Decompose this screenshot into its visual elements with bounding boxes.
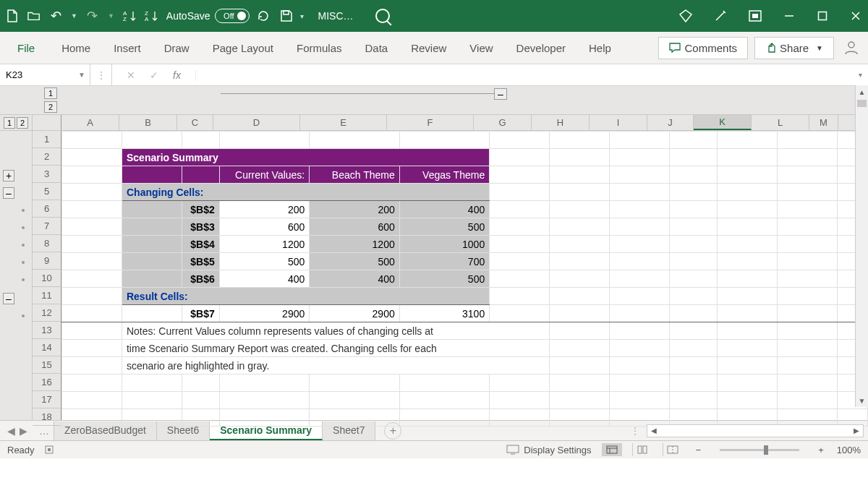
row-header-15[interactable]: 15	[33, 356, 61, 374]
sheet-nav-next-icon[interactable]: ▶	[20, 425, 27, 437]
view-page-layout-button[interactable]	[632, 443, 652, 456]
maximize-button[interactable]	[816, 9, 829, 22]
share-dropdown-icon[interactable]: ▼	[816, 44, 823, 52]
column-header-C[interactable]: C	[177, 115, 213, 130]
sheet-nav-prev-icon[interactable]: ◀	[7, 425, 15, 437]
comments-button[interactable]: Comments	[658, 37, 749, 59]
diamond-icon[interactable]	[678, 9, 693, 23]
view-page-break-button[interactable]	[663, 443, 683, 456]
cancel-formula-icon[interactable]: ✕	[127, 69, 135, 81]
new-file-icon[interactable]	[6, 9, 19, 22]
redo-icon[interactable]: ↷	[86, 9, 99, 22]
enter-formula-icon[interactable]: ✓	[150, 69, 158, 81]
row-header-5[interactable]: 5	[33, 183, 61, 200]
close-button[interactable]	[849, 9, 862, 22]
profile-icon[interactable]	[843, 40, 859, 56]
open-file-icon[interactable]	[27, 9, 41, 22]
select-all-button[interactable]	[33, 115, 61, 130]
row-group-collapse-1[interactable]: –	[3, 187, 14, 199]
row-group-collapse-2[interactable]: –	[3, 293, 14, 304]
wand-icon[interactable]	[713, 9, 728, 23]
row-header-11[interactable]: 11	[33, 287, 61, 304]
column-header-L[interactable]: L	[752, 115, 809, 130]
macro-record-icon[interactable]	[45, 444, 56, 455]
row-group-expand-1[interactable]: +	[3, 170, 14, 181]
zoom-slider[interactable]	[720, 449, 799, 451]
ribbon-tab-formulas[interactable]: Formulas	[285, 35, 354, 61]
view-normal-button[interactable]	[602, 443, 622, 456]
column-header-B[interactable]: B	[119, 115, 177, 130]
autosave-toggle[interactable]: AutoSave Off	[166, 9, 250, 23]
column-header-A[interactable]: A	[61, 115, 119, 130]
row-header-12[interactable]: 12	[33, 304, 61, 322]
ribbon-tab-help[interactable]: Help	[577, 35, 623, 61]
col-group-collapse-button[interactable]: –	[494, 88, 507, 100]
qat-customize-icon[interactable]: ▾	[300, 12, 304, 20]
sort-asc-icon[interactable]: AZ	[123, 9, 136, 22]
row-header-9[interactable]: 9	[33, 252, 61, 270]
scroll-thumb[interactable]	[857, 100, 867, 107]
document-title[interactable]: MISC…	[318, 10, 354, 22]
ribbon-tab-draw[interactable]: Draw	[153, 35, 201, 61]
row-header-2[interactable]: 2	[33, 148, 61, 166]
minimize-button[interactable]	[783, 9, 796, 22]
display-settings-button[interactable]: Display Settings	[506, 445, 591, 455]
column-header-G[interactable]: G	[474, 115, 532, 130]
row-outline-level-1[interactable]: 1	[4, 117, 15, 129]
row-header-14[interactable]: 14	[33, 339, 61, 356]
column-header-K[interactable]: K	[694, 115, 752, 130]
sheet-overflow-icon[interactable]: …	[35, 425, 54, 437]
ribbon-tab-review[interactable]: Review	[399, 35, 458, 61]
ribbon-tab-page-layout[interactable]: Page Layout	[201, 35, 285, 61]
row-header-13[interactable]: 13	[33, 322, 61, 339]
redo-dropdown-icon[interactable]: ▼	[108, 12, 114, 20]
fx-icon[interactable]: fx	[173, 69, 181, 81]
column-header-F[interactable]: F	[387, 115, 474, 130]
zoom-level[interactable]: 100%	[837, 445, 861, 455]
undo-icon[interactable]: ↶	[49, 9, 62, 22]
ribbon-tab-view[interactable]: View	[458, 35, 504, 61]
save-icon[interactable]	[280, 9, 293, 22]
row-outline-level-2[interactable]: 2	[17, 117, 28, 129]
row-header-7[interactable]: 7	[33, 218, 61, 235]
zoom-in-button[interactable]: +	[815, 445, 827, 455]
horizontal-scrollbar[interactable]: ◀ ▶	[647, 424, 864, 437]
zoom-out-button[interactable]: −	[693, 445, 705, 455]
name-box[interactable]: K23 ▼	[0, 64, 90, 85]
tab-splitter-icon[interactable]: ⋮	[631, 426, 641, 436]
row-header-3[interactable]: 3	[33, 166, 61, 183]
column-header-M[interactable]: M	[809, 115, 838, 130]
refresh-icon[interactable]	[257, 9, 270, 22]
ribbon-tab-insert[interactable]: Insert	[102, 35, 153, 61]
formula-input[interactable]	[196, 64, 852, 85]
sort-desc-icon[interactable]: ZA	[145, 9, 158, 22]
row-header-10[interactable]: 10	[33, 270, 61, 287]
scroll-up-icon[interactable]: ▲	[856, 85, 868, 98]
col-outline-level-2[interactable]: 2	[44, 101, 57, 113]
row-header-18[interactable]: 18	[33, 408, 61, 426]
row-header-17[interactable]: 17	[33, 391, 61, 408]
search-icon[interactable]	[375, 9, 390, 23]
column-header-E[interactable]: E	[300, 115, 387, 130]
cells-area[interactable]: Scenario SummaryCurrent Values:Beach The…	[61, 131, 868, 420]
row-header-6[interactable]: 6	[33, 200, 61, 218]
hscroll-right-icon[interactable]: ▶	[850, 427, 863, 435]
col-outline-level-1[interactable]: 1	[44, 87, 57, 99]
vertical-scrollbar[interactable]: ▲ ▼	[855, 85, 868, 407]
column-header-H[interactable]: H	[532, 115, 590, 130]
ribbon-tab-data[interactable]: Data	[353, 35, 399, 61]
undo-dropdown-icon[interactable]: ▼	[71, 12, 77, 20]
row-header-8[interactable]: 8	[33, 235, 61, 252]
column-header-J[interactable]: J	[647, 115, 694, 130]
share-button[interactable]: Share ▼	[754, 37, 834, 59]
hscroll-left-icon[interactable]: ◀	[647, 427, 660, 435]
row-header-16[interactable]: 16	[33, 374, 61, 391]
file-tab[interactable]: File	[4, 35, 48, 61]
column-header-D[interactable]: D	[213, 115, 300, 130]
ribbon-mode-icon[interactable]	[748, 9, 762, 22]
column-header-I[interactable]: I	[590, 115, 647, 130]
name-box-dropdown-icon[interactable]: ▼	[78, 71, 85, 79]
ribbon-tab-developer[interactable]: Developer	[505, 35, 577, 61]
row-header-1[interactable]: 1	[33, 131, 61, 148]
expand-formula-bar-icon[interactable]: ▾	[852, 71, 868, 79]
